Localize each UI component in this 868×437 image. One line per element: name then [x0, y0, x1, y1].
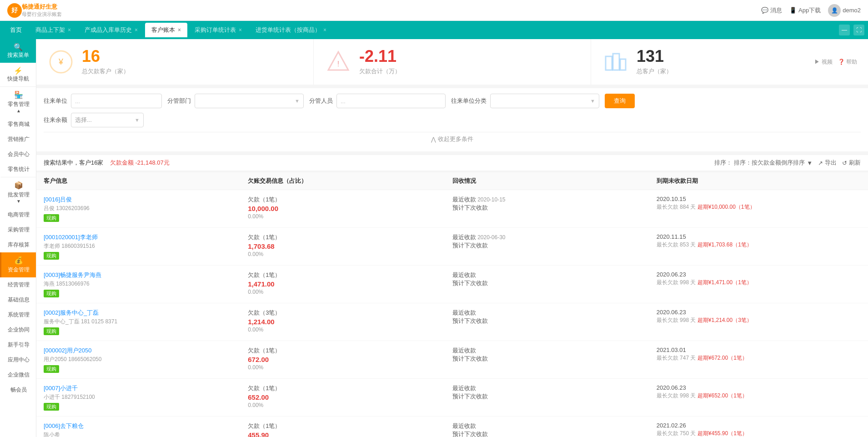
search-button[interactable]: 查询 [605, 94, 635, 108]
person-input[interactable]: ... [336, 94, 446, 108]
message-btn[interactable]: 💬 消息 [761, 6, 782, 15]
classification-input[interactable]: ▼ [490, 94, 599, 108]
dept-input[interactable]: ▼ [195, 94, 304, 108]
customer-name-link[interactable]: [0016]吕俊 [44, 196, 248, 204]
sort-arrow-icon: ▼ [807, 160, 813, 166]
filter-area: 往来单位 ... 分管部门 ▼ 分管人员 ... [36, 88, 868, 151]
person-label: 分管人员 [309, 97, 333, 105]
tab-close-product[interactable]: × [135, 27, 138, 33]
debt-ratio: 0.00% [248, 213, 452, 220]
debt-amount[interactable]: 652.00 [248, 393, 452, 401]
app-download-btn[interactable]: 📱 App下载 [789, 6, 821, 15]
stat-debt-customers: ¥ 16 总欠款客户（家） [36, 39, 314, 85]
debt-amount[interactable]: 672.00 [248, 356, 452, 363]
svg-rect-6 [620, 59, 626, 70]
sidebar-search[interactable]: 🔍 搜索菜单 [0, 39, 36, 63]
sidebar-item-finance[interactable]: 💰 资金管理 [0, 252, 36, 277]
dept-arrow-icon: ▼ [295, 98, 300, 104]
sidebar-item-retail-stats[interactable]: 零售统计 [0, 162, 36, 177]
sidebar-item-marketing[interactable]: 营销推广 [0, 132, 36, 147]
tab-home[interactable]: 首页 [4, 23, 28, 37]
user-menu[interactable]: 👤 demo2 [828, 4, 861, 17]
debt-info-cell: 欠款（1笔） 1,703.68 0.00% [248, 233, 452, 257]
sidebar-item-retail-management[interactable]: 🏪 零售管理 ▲ [0, 87, 36, 117]
sidebar-item-basic-info[interactable]: 基础信息 [0, 292, 36, 307]
debt-amount[interactable]: 1,703.68 [248, 242, 452, 250]
video-btn[interactable]: ▶ 视频 [814, 58, 832, 66]
result-text: 搜索结果中，客户16家 欠款金额 -21,148.07元 [44, 159, 170, 167]
overdue-amount-link[interactable]: 超期¥652.00（1笔） [697, 392, 748, 399]
sidebar-item-retail-mall[interactable]: 零售商城 [0, 117, 36, 132]
source-unit-placeholder: ... [75, 98, 80, 105]
source-unit-input[interactable]: ... [71, 94, 162, 108]
balance-input[interactable]: 选择... ▼ [71, 113, 144, 127]
next-payment: 预计下次收款 [452, 392, 657, 401]
debt-amount[interactable]: 10,000.00 [248, 205, 452, 212]
tab-purchase-stats[interactable]: 进货单统计表（按商品） × [249, 23, 333, 37]
tab-close-purchase-stats[interactable]: × [323, 27, 326, 33]
customer-name-link[interactable]: [000002]用户2050 [44, 347, 248, 355]
customer-name-link[interactable]: [0001020001]李老师 [44, 233, 248, 241]
export-btn[interactable]: ↗ 导出 [818, 159, 837, 167]
customer-name-link[interactable]: [0002]服务中心_丁磊 [44, 309, 248, 317]
table-row: [0001020001]李老师 李老师 18600391516 现购 欠款（1笔… [36, 228, 868, 266]
top-right: 💬 消息 📱 App下载 👤 demo2 [761, 4, 861, 17]
filter-dept: 分管部门 ▼ [167, 94, 304, 108]
total-customers-icon [602, 48, 629, 75]
sidebar-item-member-center[interactable]: 会员中心 [0, 147, 36, 162]
sidebar-item-purchase[interactable]: 采购管理 [0, 222, 36, 237]
tab-minimize-btn[interactable]: — [839, 25, 850, 35]
tab-product-history[interactable]: 产成品入库单历史 × [78, 23, 144, 37]
help-btn[interactable]: ❓ 帮助 [838, 58, 857, 66]
tab-goods-on-off[interactable]: 商品上下架 × [29, 23, 77, 37]
sidebar-item-system[interactable]: 系统管理 [0, 307, 36, 322]
overdue-amount-link[interactable]: 超期¥1,214.00（3笔） [697, 317, 752, 323]
overdue-amount-link[interactable]: 超期¥1,471.00（1笔） [697, 279, 752, 286]
debt-amount[interactable]: 1,471.00 [248, 280, 452, 288]
overdue-days: 最长欠款 747 天 超期¥672.00（1笔） [657, 354, 861, 362]
overdue-days: 最长欠款 884 天 超期¥10,000.00（1笔） [657, 203, 861, 211]
table-row: [0007]小进千 小进千 18279152100 现购 欠款（1笔） 652.… [36, 379, 868, 417]
table-row: [0016]吕俊 吕俊 13026203696 现购 欠款（1笔） 10,000… [36, 190, 868, 228]
overdue-amount-link[interactable]: 超期¥672.00（1笔） [697, 355, 748, 361]
header-recovery: 回收情况 [452, 177, 657, 185]
tab-purchase-order[interactable]: 采购订单统计表 × [188, 23, 248, 37]
debt-customers-icon: ¥ [47, 48, 75, 75]
filter-collapse-btn[interactable]: ⋀ 收起更多条件 [44, 132, 861, 146]
sidebar-item-vip[interactable]: 畅会员 [0, 382, 36, 397]
sidebar-item-business[interactable]: 经营管理 [0, 277, 36, 292]
sidebar-item-enterprise[interactable]: 企业协同 [0, 322, 36, 337]
overdue-amount-link[interactable]: 超期¥10,000.00（1笔） [697, 204, 755, 210]
tab-bar-actions: — ⛶ [839, 25, 864, 35]
debt-amount[interactable]: 455.90 [248, 431, 452, 437]
message-icon: 💬 [761, 7, 768, 14]
customer-name-link[interactable]: [0003]畅捷服务尹海燕 [44, 271, 248, 279]
sidebar-item-wechat[interactable]: 企业微信 [0, 367, 36, 382]
sidebar-item-inventory[interactable]: 库存核算 [0, 237, 36, 252]
overdue-amount-link[interactable]: 超期¥455.90（1笔） [697, 430, 748, 437]
refresh-btn[interactable]: ↺ 刷新 [842, 159, 861, 167]
tab-fullscreen-btn[interactable]: ⛶ [853, 25, 864, 35]
overdue-amount-link[interactable]: 超期¥1,703.68（1笔） [697, 241, 752, 248]
sidebar-item-guide[interactable]: 新手引导 [0, 337, 36, 352]
svg-rect-5 [613, 54, 619, 70]
tab-close-purchase[interactable]: × [239, 27, 242, 33]
table-row: [0003]畅捷服务尹海燕 海燕 18513066976 现购 欠款（1笔） 1… [36, 266, 868, 303]
stat-actions: ▶ 视频 ❓ 帮助 [814, 58, 857, 66]
tab-close-goods[interactable]: × [68, 27, 71, 33]
tab-customer-account[interactable]: 客户账本 × [145, 23, 187, 37]
debt-amount[interactable]: 1,214.00 [248, 318, 452, 326]
quick-nav[interactable]: ⚡ 快捷导航 [0, 63, 36, 87]
overdue-start-date: 2020.06.23 [657, 309, 861, 316]
sort-select[interactable]: 排序： 排序：按欠款金额倒序排序 ▼ [714, 159, 813, 167]
customer-name-link[interactable]: [0006]去下粮仓 [44, 422, 248, 430]
sidebar-item-apps[interactable]: 应用中心 [0, 352, 36, 367]
sidebar-item-ecommerce[interactable]: 电商管理 [0, 207, 36, 222]
customer-name-link[interactable]: [0007]小进千 [44, 384, 248, 392]
debt-ratio: 0.00% [248, 251, 452, 257]
tab-close-customer[interactable]: × [178, 27, 181, 33]
debt-info-cell: 欠款（1笔） 1,471.00 0.00% [248, 271, 452, 295]
last-payment: 最近收款 2020-10-15 [452, 196, 657, 204]
debt-total-icon: ! [325, 48, 352, 75]
sidebar-item-wholesale-management[interactable]: 📦 批发管理 ▼ [0, 177, 36, 207]
